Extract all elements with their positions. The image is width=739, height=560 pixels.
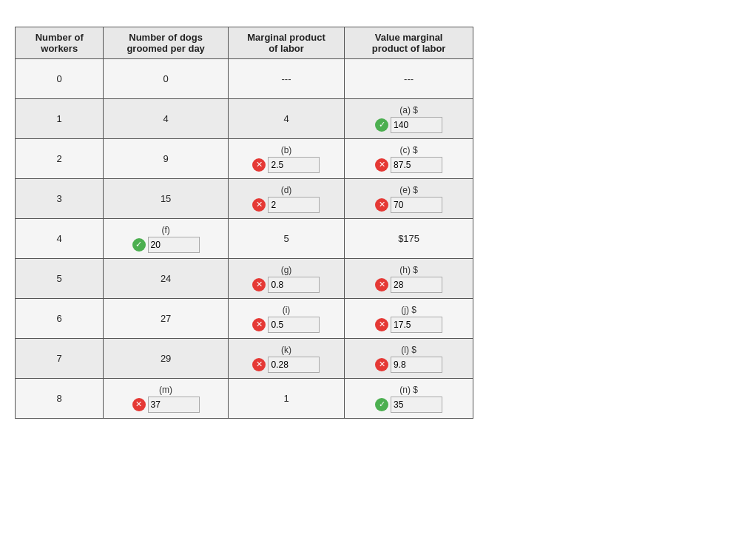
dogs-input-row: ✕ — [132, 397, 200, 413]
table-cell-dogs: 24 — [104, 259, 228, 299]
table-cell-mpl: 1 — [228, 379, 344, 419]
table-row: 524(g)✕(h) $✕ — [16, 259, 473, 299]
mpl-label: (b) — [281, 145, 292, 155]
mpl-value: 4 — [283, 113, 288, 124]
table-cell-mpl: (k)✕ — [228, 339, 344, 379]
mpl-x-icon: ✕ — [252, 158, 266, 172]
mpl-input[interactable] — [268, 157, 320, 173]
vmpl-x-icon: ✕ — [375, 198, 388, 212]
mpl-input-row: ✕ — [252, 357, 320, 373]
vmpl-input-row: ✕ — [375, 157, 442, 173]
table-cell-mpl: 5 — [228, 219, 344, 259]
vmpl-input-row: ✕ — [375, 357, 442, 373]
mpl-cell-content: (g)✕ — [232, 265, 341, 293]
dogs-value: 9 — [163, 153, 168, 164]
mpl-label: (i) — [283, 305, 291, 315]
table-cell-dogs: 0 — [104, 59, 228, 99]
table-cell-dogs: (m)✕ — [104, 379, 228, 419]
mpl-input-row: ✕ — [252, 157, 320, 173]
dogs-value: 24 — [161, 273, 171, 284]
header-workers: Number ofworkers — [16, 27, 104, 59]
vmpl-cell-content: (h) $✕ — [348, 265, 470, 293]
cell-workers: 6 — [16, 299, 104, 339]
dogs-value: 4 — [163, 113, 168, 124]
header-vmpl: Value marginalproduct of labor — [345, 27, 473, 59]
mpl-cell-content: (d)✕ — [232, 185, 341, 213]
vmpl-input[interactable] — [391, 317, 442, 333]
vmpl-x-icon: ✕ — [375, 278, 388, 291]
dogs-cell-content: (m)✕ — [107, 385, 224, 413]
vmpl-label: (e) $ — [399, 185, 418, 195]
main-table: Number ofworkers Number of dogsgroomed p… — [15, 27, 473, 419]
vmpl-input-row: ✓ — [375, 397, 442, 413]
table-cell-vmpl: (e) $✕ — [345, 179, 473, 219]
table-row: 729(k)✕(l) $✕ — [16, 339, 473, 379]
dogs-input[interactable] — [148, 237, 200, 253]
dogs-value: 0 — [163, 73, 168, 84]
vmpl-input[interactable] — [391, 277, 442, 293]
vmpl-input[interactable] — [391, 357, 442, 373]
vmpl-cell-content: (j) $✕ — [348, 305, 470, 333]
dogs-value: 15 — [161, 193, 171, 204]
mpl-dashes: --- — [281, 73, 291, 84]
vmpl-input[interactable] — [391, 117, 442, 133]
cell-workers: 3 — [16, 179, 104, 219]
cell-workers: 8 — [16, 379, 104, 419]
cell-workers: 7 — [16, 339, 104, 379]
table-cell-vmpl: (c) $✕ — [345, 139, 473, 179]
mpl-input[interactable] — [268, 197, 320, 213]
table-cell-vmpl: (h) $✕ — [345, 259, 473, 299]
vmpl-value: $175 — [398, 233, 419, 244]
table-cell-dogs: 4 — [104, 99, 228, 139]
mpl-x-icon: ✕ — [252, 358, 266, 371]
mpl-value: 5 — [283, 233, 288, 244]
vmpl-cell-content: (n) $✓ — [348, 385, 470, 413]
vmpl-input-row: ✕ — [375, 197, 442, 213]
dogs-check-icon: ✓ — [132, 238, 146, 252]
table-row: 4(f)✓5$175 — [16, 219, 473, 259]
vmpl-input[interactable] — [391, 197, 442, 213]
table-cell-vmpl: (a) $✓ — [345, 99, 473, 139]
vmpl-label: (l) $ — [401, 345, 416, 355]
vmpl-input[interactable] — [391, 157, 442, 173]
mpl-label: (k) — [281, 345, 291, 355]
mpl-input[interactable] — [268, 317, 320, 333]
table-cell-mpl: 4 — [228, 99, 344, 139]
vmpl-cell-content: (e) $✕ — [348, 185, 470, 213]
mpl-label: (g) — [281, 265, 292, 275]
vmpl-input-row: ✕ — [375, 277, 442, 293]
table-cell-vmpl: --- — [345, 59, 473, 99]
table-cell-vmpl: (l) $✕ — [345, 339, 473, 379]
mpl-label: (d) — [281, 185, 292, 195]
vmpl-cell-content: (c) $✕ — [348, 145, 470, 173]
header-mpl: Marginal productof labor — [228, 27, 344, 59]
vmpl-x-icon: ✕ — [375, 158, 388, 172]
mpl-input[interactable] — [268, 277, 320, 293]
table-row: 00------ — [16, 59, 473, 99]
mpl-value: 1 — [283, 393, 288, 404]
vmpl-label: (h) $ — [399, 265, 418, 275]
cell-workers: 4 — [16, 219, 104, 259]
vmpl-label: (c) $ — [400, 145, 418, 155]
mpl-input-row: ✕ — [252, 197, 320, 213]
dogs-value: 29 — [161, 353, 171, 364]
table-cell-vmpl: (j) $✕ — [345, 299, 473, 339]
mpl-input-row: ✕ — [252, 317, 320, 333]
table-cell-mpl: (i)✕ — [228, 299, 344, 339]
mpl-cell-content: (b)✕ — [232, 145, 341, 173]
table-cell-dogs: 9 — [104, 139, 228, 179]
table-cell-dogs: 29 — [104, 339, 228, 379]
vmpl-input-row: ✕ — [375, 317, 442, 333]
mpl-x-icon: ✕ — [252, 278, 266, 291]
vmpl-x-icon: ✕ — [375, 318, 388, 331]
table-cell-dogs: 27 — [104, 299, 228, 339]
dogs-x-icon: ✕ — [132, 398, 146, 411]
dogs-label: (m) — [159, 385, 172, 395]
table-row: 8(m)✕1(n) $✓ — [16, 379, 473, 419]
vmpl-input[interactable] — [391, 397, 442, 413]
header-dogs: Number of dogsgroomed per day — [104, 27, 228, 59]
table-cell-mpl: (g)✕ — [228, 259, 344, 299]
dogs-input[interactable] — [148, 397, 200, 413]
dogs-value: 27 — [161, 313, 171, 324]
mpl-input[interactable] — [268, 357, 320, 373]
